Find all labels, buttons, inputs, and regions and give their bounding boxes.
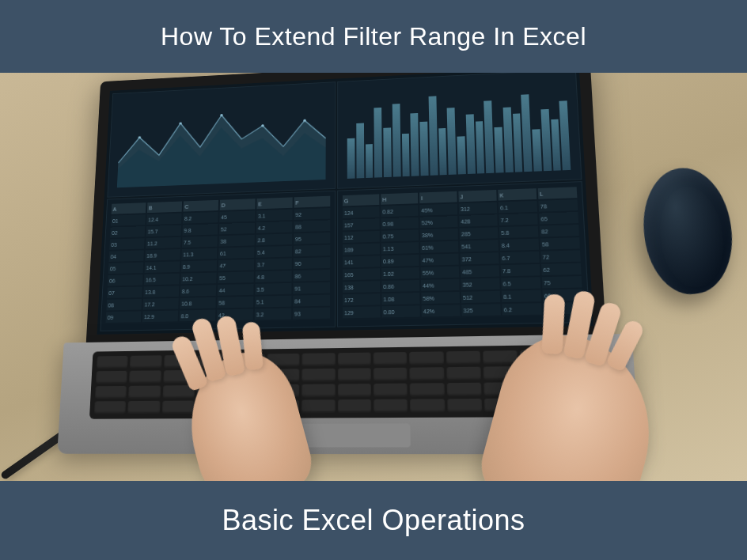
area-chart <box>117 92 326 188</box>
hero-photo: ABCDEF 0112.48.2453.192 0215.79.8524.288… <box>0 73 747 481</box>
footer-banner: Basic Excel Operations <box>0 481 747 560</box>
data-grid-left: ABCDEF 0112.48.2453.192 0215.79.8524.288… <box>100 191 336 331</box>
header-title: How To Extend Filter Range In Excel <box>161 22 586 51</box>
header-banner: How To Extend Filter Range In Excel <box>0 0 747 73</box>
footer-title: Basic Excel Operations <box>222 504 525 537</box>
area-chart-panel <box>107 81 336 198</box>
screen-dashboard: ABCDEF 0112.48.2453.192 0215.79.8524.288… <box>97 73 593 335</box>
bar-chart-panel <box>337 73 582 189</box>
bar-chart <box>347 79 571 179</box>
laptop-screen: ABCDEF 0112.48.2453.192 0215.79.8524.288… <box>86 73 607 346</box>
